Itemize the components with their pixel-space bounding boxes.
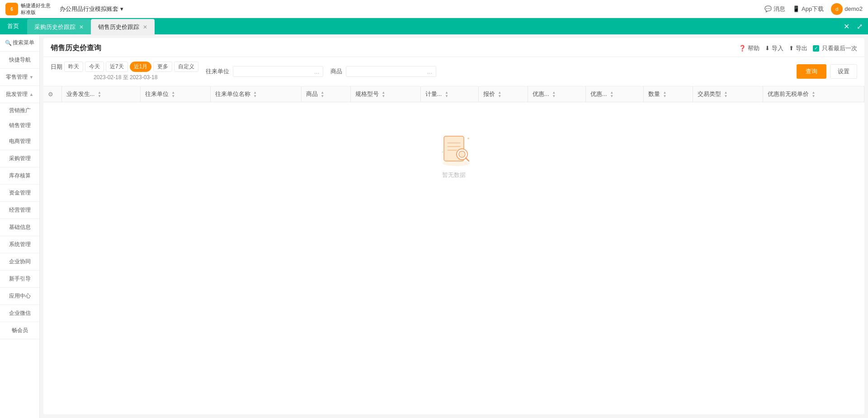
goods-input-wrapper: ... xyxy=(346,66,436,77)
only-last-checkbox-area[interactable]: ✓ 只看最后一次 xyxy=(813,44,857,52)
date-btn-today[interactable]: 今天 xyxy=(85,62,104,72)
only-last-label: 只看最后一次 xyxy=(822,44,857,52)
sort-icon[interactable]: ▲▼ xyxy=(171,91,175,98)
tab-home[interactable]: 首页 xyxy=(0,18,26,34)
sidebar-item-finance[interactable]: 资金管理 xyxy=(0,185,39,202)
th-settings: ⚙ xyxy=(43,86,61,102)
sidebar-label-wholesale: 批发管理 xyxy=(6,90,28,98)
sidebar-item-inventory[interactable]: 库存核算 xyxy=(0,167,39,185)
tab-close-sales[interactable]: ✕ xyxy=(143,24,147,30)
th-business-date: 业务发生... ▲▼ xyxy=(61,86,140,102)
sidebar-item-wholesale[interactable]: 批发管理 ▲ xyxy=(0,86,39,103)
th-quantity: 数量 ▲▼ xyxy=(643,86,693,102)
sidebar-item-retail[interactable]: 零售管理 ▼ xyxy=(0,69,39,86)
sidebar-item-ecommerce[interactable]: 电商管理 xyxy=(0,133,39,150)
date-btn-more[interactable]: 更多 xyxy=(153,62,172,72)
sidebar-item-marketing[interactable]: 营销推广 xyxy=(0,103,39,118)
unit-filter-group: 往来单位 ... xyxy=(206,66,323,77)
tab-bar-actions: ✕ ⤢ xyxy=(842,22,868,31)
date-btn-7days[interactable]: 近7天 xyxy=(106,62,128,72)
sidebar-item-search[interactable]: 🔍 搜索菜单 xyxy=(0,34,39,52)
date-buttons: 日期 昨天 今天 近7天 近1月 更多 自定义 xyxy=(51,62,198,72)
filter-actions: 查询 设置 xyxy=(797,64,857,79)
sidebar-label-ecommerce: 电商管理 xyxy=(9,138,31,145)
export-icon: ⬆ xyxy=(789,45,794,52)
sort-icon[interactable]: ▲▼ xyxy=(724,91,728,98)
sidebar-item-cooperation[interactable]: 企业协同 xyxy=(0,253,39,271)
date-btn-1month[interactable]: 近1月 xyxy=(130,62,152,72)
export-button[interactable]: ⬆ 导出 xyxy=(789,44,807,52)
date-range-display: 2023-02-18 至 2023-03-18 xyxy=(92,74,157,81)
query-button[interactable]: 查询 xyxy=(797,64,826,79)
tab-bar: 首页 采购历史价跟踪 ✕ 销售历史价跟踪 ✕ ✕ ⤢ xyxy=(0,18,868,34)
sidebar-label-basic-info: 基础信息 xyxy=(9,223,31,231)
sidebar-item-members[interactable]: 畅会员 xyxy=(0,322,39,339)
tab-close-all-button[interactable]: ✕ xyxy=(842,22,851,31)
sidebar-label-retail: 零售管理 xyxy=(6,73,28,81)
filter-settings-button[interactable]: 设置 xyxy=(830,64,857,79)
sidebar-item-sales-mgmt[interactable]: 销售管理 xyxy=(0,118,39,133)
user-menu[interactable]: d demo2 xyxy=(831,3,863,15)
sidebar-item-enterprise-wechat[interactable]: 企业微信 xyxy=(0,305,39,322)
sort-icon[interactable]: ▲▼ xyxy=(321,91,324,98)
unit-dots-button[interactable]: ... xyxy=(314,68,320,75)
logo-area: 6 畅捷通好生意 标准版 xyxy=(5,2,51,15)
sidebar-label-inventory: 库存核算 xyxy=(9,172,31,180)
sort-icon[interactable]: ▲▼ xyxy=(663,91,667,98)
sort-icon[interactable]: ▲▼ xyxy=(610,91,613,98)
logo-icon: 6 xyxy=(5,3,18,15)
sidebar-item-operations[interactable]: 经营管理 xyxy=(0,202,39,219)
top-bar-right: 💬 消息 📱 App下载 d demo2 xyxy=(764,3,863,15)
sidebar-item-system[interactable]: 系统管理 xyxy=(0,236,39,253)
settings-icon[interactable]: ⚙ xyxy=(48,91,53,98)
sort-icon[interactable]: ▲▼ xyxy=(552,91,556,98)
page-header: 销售历史价查询 ❓ 帮助 ⬇ 导入 ⬆ 导出 xyxy=(43,38,864,57)
unit-input[interactable] xyxy=(237,68,314,75)
page-title: 销售历史价查询 xyxy=(51,43,101,53)
sidebar-label-marketing: 营销推广 xyxy=(9,107,31,114)
tab-purchase-history[interactable]: 采购历史价跟踪 ✕ xyxy=(27,19,91,35)
th-quote-price: 报价 ▲▼ xyxy=(478,86,528,102)
app-download-button[interactable]: 📱 App下载 xyxy=(793,5,824,13)
company-select[interactable]: 办公用品行业模拟账套 ▾ xyxy=(60,5,123,13)
sort-icon[interactable]: ▲▼ xyxy=(98,91,101,98)
tab-sales-history[interactable]: 销售历史价跟踪 ✕ xyxy=(91,19,155,35)
date-btn-yesterday[interactable]: 昨天 xyxy=(64,62,83,72)
sidebar-item-purchase[interactable]: 采购管理 xyxy=(0,150,39,167)
tab-maximize-button[interactable]: ⤢ xyxy=(855,22,864,31)
message-icon: 💬 xyxy=(764,5,772,12)
sort-icon[interactable]: ▲▼ xyxy=(382,91,385,98)
th-goods: 商品 ▲▼ xyxy=(301,86,350,102)
chevron-down-icon: ▾ xyxy=(120,5,123,12)
sort-icon[interactable]: ▲▼ xyxy=(498,91,501,98)
sort-icon[interactable]: ▲▼ xyxy=(253,91,257,98)
th-discount1: 优惠... ▲▼ xyxy=(528,86,585,102)
import-button[interactable]: ⬇ 导入 xyxy=(765,44,783,52)
sidebar-item-app-center[interactable]: 应用中心 xyxy=(0,288,39,305)
goods-dots-button[interactable]: ... xyxy=(427,68,433,75)
th-unit-name: 往来单位名称 ▲▼ xyxy=(210,86,301,102)
sidebar-item-basic-info[interactable]: 基础信息 xyxy=(0,219,39,236)
sort-icon[interactable]: ▲▼ xyxy=(811,91,815,98)
table-area: ⚙ 业务发生... ▲▼ 往来单位 ▲▼ 往来单位名称 xyxy=(43,86,864,414)
sidebar-label-finance: 资金管理 xyxy=(9,189,31,197)
goods-input[interactable] xyxy=(350,68,427,75)
goods-label: 商品 xyxy=(330,67,342,76)
sidebar-label-guide: 新手引导 xyxy=(9,275,31,283)
goods-filter-group: 商品 ... xyxy=(330,66,436,77)
only-last-checkbox[interactable]: ✓ xyxy=(813,45,819,52)
logo-text: 畅捷通好生意 标准版 xyxy=(21,2,51,15)
date-btn-custom[interactable]: 自定义 xyxy=(174,62,198,72)
message-button[interactable]: 💬 消息 xyxy=(764,5,785,13)
help-button[interactable]: ❓ 帮助 xyxy=(739,44,760,52)
sidebar-item-guide[interactable]: 新手引导 xyxy=(0,271,39,288)
sidebar-item-quick-nav[interactable]: 快捷导航 xyxy=(0,52,39,69)
sidebar-label-sales-mgmt: 销售管理 xyxy=(9,122,31,128)
svg-text:6: 6 xyxy=(10,7,13,12)
tab-close-purchase[interactable]: ✕ xyxy=(79,24,84,30)
empty-icon xyxy=(436,129,472,166)
date-label: 日期 xyxy=(51,63,62,71)
sort-icon[interactable]: ▲▼ xyxy=(445,91,448,98)
sidebar-label-cooperation: 企业协同 xyxy=(9,258,31,266)
chevron-up-icon: ▲ xyxy=(29,92,34,97)
